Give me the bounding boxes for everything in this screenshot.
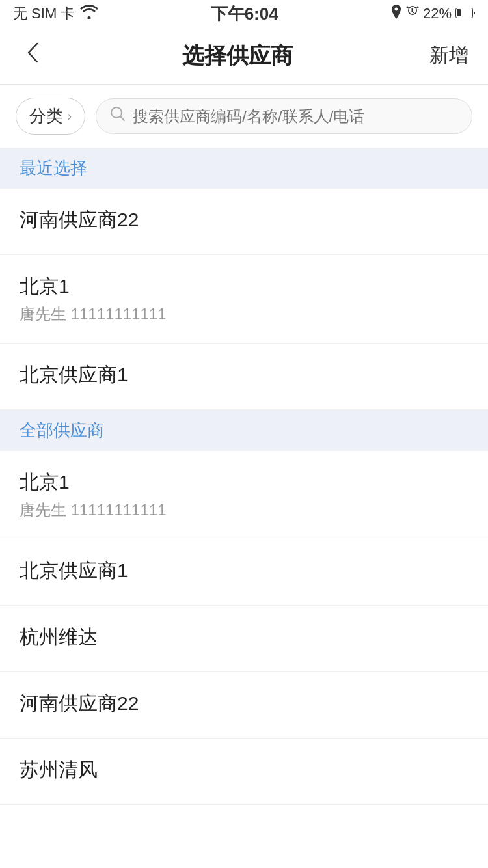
recent-section-header: 最近选择	[0, 148, 488, 189]
filter-bar: 分类 ›	[0, 85, 488, 148]
list-item[interactable]: 北京供应商1	[0, 539, 488, 606]
list-item[interactable]: 北京1唐先生 11111111111	[0, 451, 488, 539]
status-time: 下午6:04	[211, 3, 278, 25]
category-button[interactable]: 分类 ›	[16, 98, 85, 135]
item-sub: 唐先生 11111111111	[20, 304, 468, 325]
item-name: 杭州维达	[20, 624, 468, 651]
wifi-icon	[80, 5, 98, 23]
back-button[interactable]	[20, 35, 46, 76]
list-item[interactable]: 河南供应商22	[0, 189, 488, 255]
chevron-right-icon: ›	[67, 108, 72, 125]
list-item[interactable]: 北京1唐先生 11111111111	[0, 255, 488, 344]
status-bar: 无 SIM 卡 下午6:04 22%	[0, 0, 488, 27]
item-name: 北京1	[20, 273, 468, 300]
battery-level-text: 22%	[423, 5, 452, 22]
all-section-header: 全部供应商	[0, 410, 488, 451]
search-box	[96, 98, 472, 134]
status-right: 22%	[390, 5, 475, 23]
recent-list: 河南供应商22北京1唐先生 11111111111北京供应商1	[0, 189, 488, 410]
list-item[interactable]: 北京供应商1	[0, 344, 488, 410]
item-name: 北京1	[20, 469, 468, 496]
item-name: 苏州清风	[20, 757, 468, 783]
item-name: 河南供应商22	[20, 690, 468, 717]
list-item[interactable]: 苏州清风	[0, 739, 488, 805]
item-name: 北京供应商1	[20, 362, 468, 388]
list-item[interactable]: 杭州维达	[0, 606, 488, 672]
battery-icon	[455, 5, 475, 22]
svg-rect-1	[457, 9, 461, 16]
list-item[interactable]: 河南供应商22	[0, 672, 488, 739]
item-sub: 唐先生 11111111111	[20, 500, 468, 521]
item-name: 河南供应商22	[20, 207, 468, 234]
location-icon	[390, 5, 402, 23]
alarm-icon	[406, 5, 419, 23]
status-left: 无 SIM 卡	[13, 4, 98, 23]
all-section-title: 全部供应商	[20, 420, 104, 440]
all-list: 北京1唐先生 11111111111北京供应商1杭州维达河南供应商22苏州清风	[0, 451, 488, 805]
add-button[interactable]: 新增	[429, 42, 468, 69]
recent-section-title: 最近选择	[20, 158, 87, 178]
item-name: 北京供应商1	[20, 558, 468, 584]
page-title: 选择供应商	[182, 41, 293, 71]
search-icon	[109, 105, 126, 127]
nav-bar: 选择供应商 新增	[0, 27, 488, 85]
search-input[interactable]	[133, 107, 459, 126]
category-label: 分类	[29, 105, 63, 128]
sim-label: 无 SIM 卡	[13, 4, 75, 23]
